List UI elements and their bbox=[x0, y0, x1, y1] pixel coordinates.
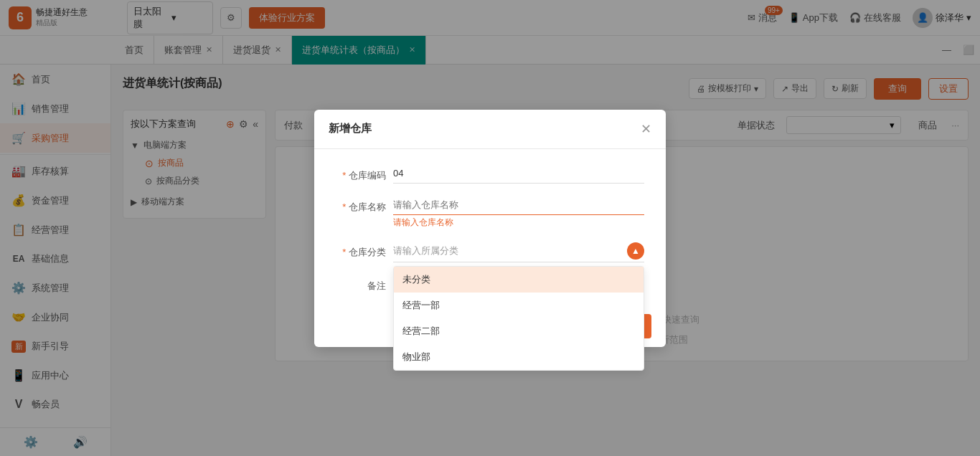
category-dropdown-list: 未分类 经营一部 经营二部 物业部 bbox=[393, 266, 644, 371]
category-control: 请输入所属分类 ▲ 未分类 经营一部 经营二部 bbox=[393, 240, 644, 262]
modal-close-icon[interactable]: ✕ bbox=[641, 121, 651, 137]
code-label: 仓库编码 bbox=[336, 163, 393, 182]
dropdown-item-property[interactable]: 物业部 bbox=[394, 344, 644, 370]
modal-header: 新增仓库 ✕ bbox=[314, 110, 666, 149]
add-warehouse-modal: 新增仓库 ✕ 仓库编码 仓库名称 请输入仓库名称 仓库分类 bbox=[314, 110, 666, 347]
name-control: 请输入仓库名称 bbox=[393, 195, 644, 229]
category-placeholder: 请输入所属分类 bbox=[393, 244, 458, 257]
dropdown-item-ops1-label: 经营一部 bbox=[402, 300, 440, 310]
dropdown-item-ops2-label: 经营二部 bbox=[402, 326, 440, 336]
name-error-msg: 请输入仓库名称 bbox=[393, 217, 644, 229]
dropdown-item-uncategorized-label: 未分类 bbox=[402, 274, 430, 285]
name-label: 仓库名称 bbox=[336, 195, 393, 214]
category-input[interactable]: 请输入所属分类 ▲ bbox=[393, 240, 644, 262]
notes-label: 备注 bbox=[336, 274, 393, 293]
code-row: 仓库编码 bbox=[336, 163, 644, 184]
code-input[interactable] bbox=[393, 163, 644, 184]
modal-overlay: 新增仓库 ✕ 仓库编码 仓库名称 请输入仓库名称 仓库分类 bbox=[0, 0, 980, 456]
modal-body: 仓库编码 仓库名称 请输入仓库名称 仓库分类 请输入所属分类 bbox=[314, 149, 666, 305]
name-input[interactable] bbox=[393, 195, 644, 215]
dropdown-item-uncategorized[interactable]: 未分类 bbox=[394, 267, 644, 293]
name-row: 仓库名称 请输入仓库名称 bbox=[336, 195, 644, 229]
dropdown-item-ops2[interactable]: 经营二部 bbox=[394, 318, 644, 344]
code-control bbox=[393, 163, 644, 184]
dropdown-item-property-label: 物业部 bbox=[402, 351, 430, 362]
category-arrow-icon[interactable]: ▲ bbox=[627, 242, 644, 260]
category-label: 仓库分类 bbox=[336, 240, 393, 259]
category-row: 仓库分类 请输入所属分类 ▲ 未分类 经营一部 经营二 bbox=[336, 240, 644, 262]
modal-title: 新增仓库 bbox=[329, 122, 372, 136]
dropdown-item-ops1[interactable]: 经营一部 bbox=[394, 293, 644, 318]
